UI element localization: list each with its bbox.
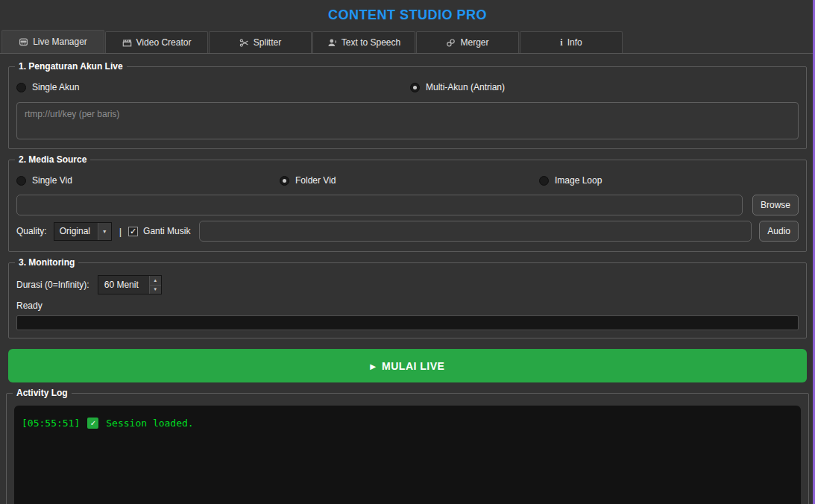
spin-up-icon[interactable]: ▲ [150, 276, 161, 285]
status-text: Ready [16, 300, 799, 311]
radio-circle-icon [539, 176, 549, 186]
person-speech-icon [327, 38, 337, 48]
tab-splitter[interactable]: Splitter [209, 31, 312, 53]
radio-single-akun[interactable]: Single Akun [16, 82, 79, 92]
radio-circle-icon [280, 176, 289, 186]
radio-label: Single Akun [32, 82, 79, 92]
durasi-label: Durasi (0=Infinity): [16, 280, 89, 290]
tab-label: Info [567, 37, 582, 48]
tab-label: Splitter [254, 37, 281, 48]
radio-label: Folder Vid [295, 175, 336, 186]
play-icon: ▸ [371, 360, 377, 372]
rtmp-url-textarea[interactable]: rtmp://url/key (per baris) [16, 102, 799, 139]
radio-label: Image Loop [555, 175, 602, 186]
audio-button[interactable]: Audio [759, 221, 799, 242]
radio-circle-icon [16, 176, 26, 186]
log-message: Session loaded. [106, 418, 193, 429]
info-icon: i [560, 37, 562, 48]
progress-bar [16, 315, 799, 330]
radio-folder-vid[interactable]: Folder Vid [280, 175, 336, 186]
radio-circle-icon [16, 83, 26, 92]
quality-value: Original [54, 223, 98, 240]
tab-video-creator[interactable]: Video Creator [105, 31, 208, 53]
quality-combobox[interactable]: Original ▼ [54, 222, 112, 241]
durasi-value: 60 Menit [98, 276, 149, 294]
tab-label: Video Creator [136, 37, 192, 48]
titlebar: CONTENT STUDIO PRO [0, 0, 815, 30]
app-title: CONTENT STUDIO PRO [328, 7, 487, 23]
app-window: { "app": { "title": "CONTENT STUDIO PRO"… [0, 0, 815, 504]
tab-label: Text to Speech [342, 37, 400, 48]
radio-single-vid[interactable]: Single Vid [16, 175, 72, 186]
log-entry: [05:55:51] Session loaded. [22, 418, 793, 429]
checkbox-label: Ganti Musik [143, 226, 190, 236]
log-timestamp: [05:55:51] [22, 418, 80, 429]
radio-image-loop[interactable]: Image Loop [539, 175, 602, 186]
tab-live-manager[interactable]: Live Manager [1, 30, 104, 53]
media-path-input[interactable] [16, 195, 743, 215]
radio-label: Single Vid [32, 175, 72, 186]
section-title: Activity Log [13, 388, 72, 398]
section-monitoring: 3. Monitoring Durasi (0=Infinity): 60 Me… [8, 262, 807, 338]
radio-circle-icon [410, 83, 420, 92]
music-path-input[interactable] [199, 221, 752, 242]
mulai-live-button[interactable]: ▸ MULAI LIVE [8, 349, 807, 382]
chain-link-icon [446, 38, 456, 48]
video-creator-icon [122, 38, 132, 48]
tab-merger[interactable]: Merger [416, 31, 519, 53]
radio-multi-akun[interactable]: Multi-Akun (Antrian) [410, 82, 505, 92]
mulai-live-label: MULAI LIVE [382, 360, 444, 372]
spinner-buttons: ▲ ▼ [149, 276, 161, 294]
tab-label: Live Manager [33, 37, 87, 47]
section-title: 1. Pengaturan Akun Live [15, 61, 127, 72]
browse-button[interactable]: Browse [752, 195, 799, 215]
tab-label: Merger [460, 37, 488, 48]
section-activity-log: Activity Log [05:55:51] Session loaded. [6, 393, 809, 504]
live-manager-panel: 1. Pengaturan Akun Live Single Akun Mult… [0, 53, 815, 504]
section-title: 3. Monitoring [15, 257, 78, 268]
section-media-source: 2. Media Source Single Vid Folder Vid Im… [8, 160, 807, 252]
tab-text-to-speech[interactable]: Text to Speech [312, 31, 415, 53]
section-title: 2. Media Source [15, 154, 90, 165]
section-pengaturan-akun-live: 1. Pengaturan Akun Live Single Akun Mult… [8, 66, 807, 149]
scissors-icon [239, 38, 249, 48]
spin-down-icon[interactable]: ▼ [150, 285, 161, 294]
ganti-musik-checkbox[interactable]: Ganti Musik [128, 226, 190, 236]
green-check-emoji [87, 418, 98, 429]
radio-label: Multi-Akun (Antrian) [426, 82, 505, 92]
checkbox-check-icon [128, 227, 138, 236]
tab-info[interactable]: i Info [520, 31, 623, 53]
durasi-spinbox[interactable]: 60 Menit ▲ ▼ [98, 275, 162, 294]
live-manager-icon [19, 37, 28, 47]
tab-bar: Live Manager Video Creator Splitter Text… [0, 30, 815, 53]
activity-log-console[interactable]: [05:55:51] Session loaded. [14, 406, 801, 504]
chevron-down-icon[interactable]: ▼ [98, 223, 111, 240]
quality-label: Quality: [16, 226, 47, 236]
separator: | [112, 226, 128, 237]
